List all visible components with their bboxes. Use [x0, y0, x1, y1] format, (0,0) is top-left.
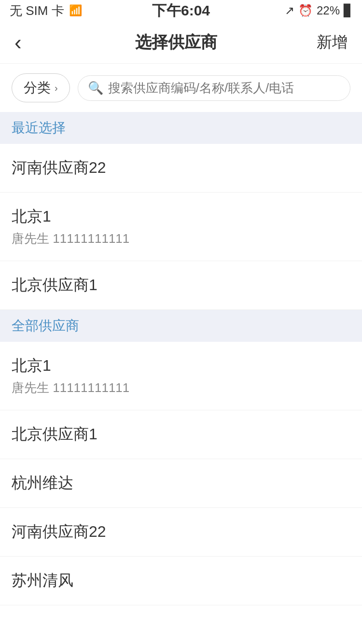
status-time: 下午6:04 [152, 1, 210, 21]
category-button[interactable]: 分类 › [12, 73, 70, 102]
add-button[interactable]: 新增 [309, 32, 348, 53]
filter-bar: 分类 › 🔍 [0, 64, 362, 112]
search-input[interactable] [108, 81, 340, 96]
recent-section-header: 最近选择 [0, 112, 362, 144]
status-left: 无 SIM 卡 📶 [10, 2, 82, 19]
chevron-right-icon: › [55, 83, 58, 94]
category-label: 分类 [24, 79, 51, 97]
list-item[interactable]: 北京供应商1 [0, 261, 362, 310]
item-name: 北京1 [12, 355, 350, 377]
item-name: 北京1 [12, 206, 350, 227]
item-name: 杭州维达 [12, 473, 350, 494]
item-name: 苏州清风 [12, 570, 350, 591]
recent-list: 河南供应商22 北京1 唐先生 11111111111 北京供应商1 [0, 144, 362, 310]
list-item[interactable]: 河南供应商22 [0, 144, 362, 193]
all-section-header: 全部供应商 [0, 310, 362, 342]
list-item[interactable]: 苏州清风 [0, 557, 362, 605]
status-bar: 无 SIM 卡 📶 下午6:04 ↗ ⏰ 22% ▊ [0, 0, 362, 21]
location-icon: ↗ [285, 4, 294, 17]
alarm-icon: ⏰ [298, 4, 313, 17]
item-name: 河南供应商22 [12, 157, 350, 179]
back-button[interactable]: ‹ [14, 30, 43, 55]
search-icon: 🔍 [88, 81, 103, 96]
item-name: 河南供应商22 [12, 521, 350, 543]
status-right: ↗ ⏰ 22% ▊ [285, 4, 352, 17]
page-title: 选择供应商 [43, 31, 309, 54]
list-item[interactable]: 北京供应商1 [0, 410, 362, 459]
nav-bar: ‹ 选择供应商 新增 [0, 21, 362, 64]
all-list: 北京1 唐先生 11111111111 北京供应商1 杭州维达 河南供应商22 … [0, 342, 362, 605]
battery-text: 22% [317, 4, 340, 17]
no-sim-text: 无 SIM 卡 [10, 2, 64, 19]
item-contact: 唐先生 11111111111 [12, 379, 350, 396]
wifi-icon: 📶 [69, 4, 82, 17]
item-name: 北京供应商1 [12, 275, 350, 296]
item-contact: 唐先生 11111111111 [12, 230, 350, 247]
list-item[interactable]: 北京1 唐先生 11111111111 [0, 342, 362, 410]
list-item[interactable]: 河南供应商22 [0, 508, 362, 557]
back-icon: ‹ [14, 30, 22, 55]
search-box[interactable]: 🔍 [78, 75, 350, 101]
list-item[interactable]: 北京1 唐先生 11111111111 [0, 193, 362, 261]
list-item[interactable]: 杭州维达 [0, 459, 362, 508]
item-name: 北京供应商1 [12, 424, 350, 445]
battery-icon: ▊ [344, 4, 352, 17]
